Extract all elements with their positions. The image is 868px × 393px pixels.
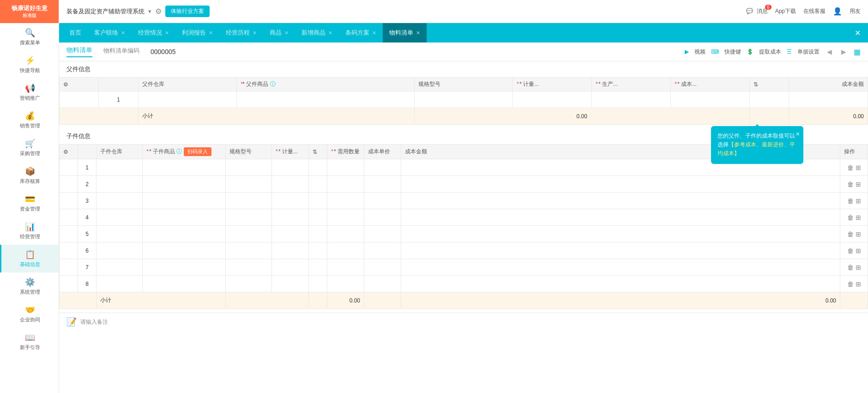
child-row-product-0[interactable] xyxy=(143,159,226,176)
sidebar-item-4[interactable]: 🛒采购管理 xyxy=(0,134,59,162)
tooltip-close-icon[interactable]: × xyxy=(796,129,800,139)
copy-icon-2[interactable]: ⊞ xyxy=(856,197,861,205)
child-row-product-6[interactable] xyxy=(143,259,226,276)
copy-icon-4[interactable]: ⊞ xyxy=(856,230,861,238)
child-row-spec-5[interactable] xyxy=(226,242,272,259)
shortcut-label[interactable]: 快捷键 xyxy=(724,48,741,56)
sidebar-item-10[interactable]: 🤝企业协同 xyxy=(0,300,59,328)
child-row-unit-cost-1[interactable] xyxy=(364,176,401,193)
app-download-link[interactable]: App下载 xyxy=(775,7,796,15)
copy-icon-7[interactable]: ⊞ xyxy=(856,280,861,288)
child-row-spec-6[interactable] xyxy=(226,259,272,276)
parent-row-cost[interactable] xyxy=(670,91,749,108)
child-row-warehouse-2[interactable] xyxy=(96,193,143,209)
child-row-unit-cost-5[interactable] xyxy=(364,242,401,259)
child-row-warehouse-7[interactable] xyxy=(96,276,143,292)
delete-icon-5[interactable]: 🗑 xyxy=(847,247,854,254)
child-col-settings[interactable]: ⚙ xyxy=(60,145,78,159)
copy-icon-0[interactable]: ⊞ xyxy=(856,164,861,171)
extract-cost-label[interactable]: 提取成本 xyxy=(759,48,781,56)
child-row-warehouse-6[interactable] xyxy=(96,259,143,276)
parent-col-settings[interactable]: ⚙ xyxy=(60,78,99,91)
sidebar-item-1[interactable]: ⚡快捷导航 xyxy=(0,51,59,79)
parent-row-warehouse[interactable] xyxy=(138,91,237,108)
parent-row-unit[interactable] xyxy=(513,91,592,108)
child-row-needed-1[interactable] xyxy=(327,176,364,193)
child-row-warehouse-0[interactable] xyxy=(96,159,143,176)
child-row-product-4[interactable] xyxy=(143,226,226,242)
child-row-product-7[interactable] xyxy=(143,276,226,292)
prev-arrow-icon[interactable]: ◀ xyxy=(825,48,834,55)
delete-icon-6[interactable]: 🗑 xyxy=(847,264,854,271)
message-wrap[interactable]: 💬 6 消息 xyxy=(746,7,767,15)
child-row-spec-2[interactable] xyxy=(226,193,272,209)
nav-tab-8[interactable]: 物料清单✕ xyxy=(383,23,427,42)
delete-icon-0[interactable]: 🗑 xyxy=(847,164,854,171)
child-row-spec-0[interactable] xyxy=(226,159,272,176)
nav-tab-close-6[interactable]: ✕ xyxy=(328,30,332,36)
parent-row-product[interactable] xyxy=(237,91,414,108)
child-row-unit-cost-4[interactable] xyxy=(364,226,401,242)
nav-tab-6[interactable]: 新增商品✕ xyxy=(295,23,339,42)
sidebar-item-7[interactable]: 📊经营管理 xyxy=(0,217,59,245)
copy-icon-3[interactable]: ⊞ xyxy=(856,214,861,221)
delete-icon-1[interactable]: 🗑 xyxy=(847,181,854,188)
child-row-unit-1[interactable] xyxy=(272,176,309,193)
child-row-product-3[interactable] xyxy=(143,209,226,226)
nav-tab-1[interactable]: 客户联络✕ xyxy=(88,23,132,42)
online-service-link[interactable]: 在线客服 xyxy=(803,7,826,15)
nav-tab-close-5[interactable]: ✕ xyxy=(284,30,289,36)
child-row-unit-4[interactable] xyxy=(272,226,309,242)
child-row-needed-0[interactable] xyxy=(327,159,364,176)
child-row-spec-4[interactable] xyxy=(226,226,272,242)
child-row-product-5[interactable] xyxy=(143,242,226,259)
copy-icon-6[interactable]: ⊞ xyxy=(856,264,861,271)
child-row-unit-cost-6[interactable] xyxy=(364,259,401,276)
child-row-product-2[interactable] xyxy=(143,193,226,209)
child-row-unit-3[interactable] xyxy=(272,209,309,226)
child-row-unit-7[interactable] xyxy=(272,276,309,292)
child-row-needed-7[interactable] xyxy=(327,276,364,292)
nav-tab-close-1[interactable]: ✕ xyxy=(121,30,125,36)
child-row-warehouse-5[interactable] xyxy=(96,242,143,259)
child-row-needed-6[interactable] xyxy=(327,259,364,276)
parent-row-spec[interactable] xyxy=(414,91,513,108)
page-tab-bom[interactable]: 物料清单 xyxy=(66,46,92,57)
child-row-warehouse-1[interactable] xyxy=(96,176,143,193)
delete-icon-2[interactable]: 🗑 xyxy=(847,197,854,205)
nav-tab-close-3[interactable]: ✕ xyxy=(209,30,213,36)
notes-placeholder[interactable]: 请输入备注 xyxy=(80,318,108,326)
settings-icon[interactable]: ⚙ xyxy=(155,7,162,16)
delete-icon-3[interactable]: 🗑 xyxy=(847,214,854,221)
sidebar-item-9[interactable]: ⚙️系统管理 xyxy=(0,272,59,300)
sidebar-item-2[interactable]: 📢营销推广 xyxy=(0,79,59,106)
child-row-unit-2[interactable] xyxy=(272,193,309,209)
nav-tab-7[interactable]: 条码方案✕ xyxy=(339,23,383,42)
nav-tab-2[interactable]: 经营情况✕ xyxy=(132,23,175,42)
nav-tab-3[interactable]: 利润报告✕ xyxy=(175,23,219,42)
single-settings-label[interactable]: 单据设置 xyxy=(797,48,820,56)
copy-icon-5[interactable]: ⊞ xyxy=(856,247,861,254)
child-row-unit-6[interactable] xyxy=(272,259,309,276)
nav-tab-5[interactable]: 商品✕ xyxy=(263,23,295,42)
child-row-unit-cost-7[interactable] xyxy=(364,276,401,292)
child-row-warehouse-3[interactable] xyxy=(96,209,143,226)
child-row-unit-0[interactable] xyxy=(272,159,309,176)
sidebar-item-5[interactable]: 📦库存核算 xyxy=(0,162,59,189)
child-row-needed-3[interactable] xyxy=(327,209,364,226)
parent-row-produce[interactable] xyxy=(592,91,671,108)
child-row-product-1[interactable] xyxy=(143,176,226,193)
try-industry-button[interactable]: 体验行业方案 xyxy=(165,6,210,17)
nav-tab-close-2[interactable]: ✕ xyxy=(165,30,169,36)
nav-tab-close-4[interactable]: ✕ xyxy=(253,30,257,36)
scan-input-button[interactable]: 扫码录入 xyxy=(184,147,211,156)
child-row-unit-cost-2[interactable] xyxy=(364,193,401,209)
child-row-warehouse-4[interactable] xyxy=(96,226,143,242)
child-row-spec-3[interactable] xyxy=(226,209,272,226)
child-row-unit-5[interactable] xyxy=(272,242,309,259)
nav-tab-close-7[interactable]: ✕ xyxy=(372,30,376,36)
next-arrow-icon[interactable]: ▶ xyxy=(839,48,848,55)
sidebar-item-3[interactable]: 💰销售管理 xyxy=(0,106,59,134)
child-row-needed-2[interactable] xyxy=(327,193,364,209)
close-all-tabs-icon[interactable]: ✕ xyxy=(851,29,864,37)
